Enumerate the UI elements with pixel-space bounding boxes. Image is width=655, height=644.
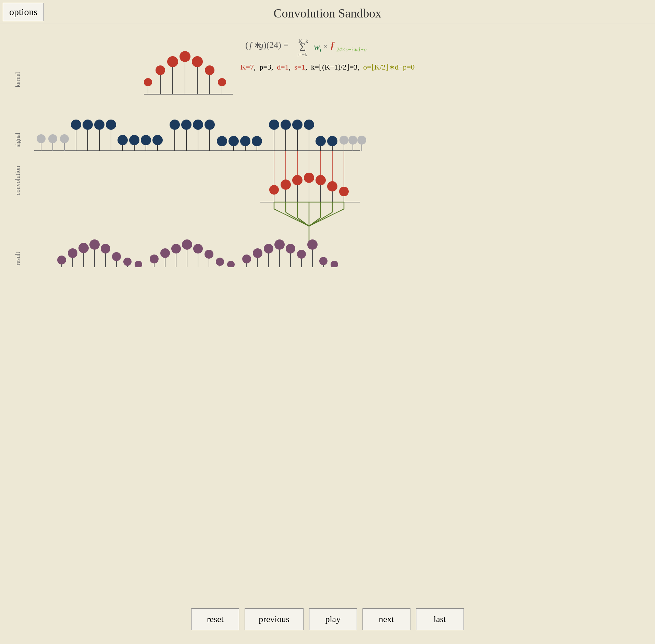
next-button[interactable]: next: [362, 608, 410, 630]
reset-button[interactable]: reset: [191, 608, 239, 630]
svg-point-161: [242, 255, 251, 263]
svg-point-66: [240, 136, 250, 146]
svg-text:kernel: kernel: [14, 72, 21, 87]
svg-point-167: [274, 239, 285, 250]
svg-line-118: [274, 209, 309, 226]
svg-point-78: [316, 136, 326, 146]
svg-point-157: [216, 258, 224, 266]
svg-point-20: [167, 56, 178, 67]
svg-point-80: [327, 136, 337, 146]
svg-point-169: [286, 244, 295, 253]
svg-point-84: [348, 136, 357, 145]
svg-point-99: [281, 179, 291, 190]
svg-point-101: [292, 175, 302, 185]
svg-point-42: [94, 120, 104, 130]
svg-point-68: [252, 136, 262, 146]
svg-line-120: [297, 218, 309, 226]
play-button[interactable]: play: [309, 608, 357, 630]
svg-point-48: [129, 135, 139, 145]
previous-button[interactable]: previous: [245, 608, 304, 630]
svg-point-70: [269, 120, 279, 130]
svg-point-22: [180, 51, 190, 62]
svg-point-107: [327, 181, 337, 191]
svg-point-74: [292, 120, 302, 130]
svg-point-46: [118, 135, 128, 145]
navigation-buttons: reset previous play next last: [191, 608, 464, 630]
svg-point-163: [253, 248, 262, 258]
svg-point-133: [78, 243, 89, 253]
svg-text:signal: signal: [14, 133, 21, 147]
svg-point-52: [152, 135, 163, 145]
svg-point-26: [205, 65, 214, 75]
svg-point-62: [217, 136, 227, 146]
svg-point-175: [319, 257, 328, 265]
svg-point-40: [83, 120, 93, 130]
svg-point-38: [71, 120, 81, 130]
svg-point-149: [171, 244, 181, 253]
svg-point-141: [123, 258, 132, 266]
svg-point-135: [89, 239, 100, 250]
svg-point-143: [135, 261, 142, 267]
svg-point-131: [68, 248, 77, 258]
svg-point-159: [227, 261, 235, 267]
last-button[interactable]: last: [416, 608, 464, 630]
svg-point-86: [357, 136, 366, 145]
svg-point-82: [339, 136, 348, 145]
svg-point-44: [106, 120, 116, 130]
svg-point-105: [316, 175, 326, 185]
svg-point-129: [57, 256, 66, 264]
svg-point-64: [228, 136, 239, 146]
svg-point-171: [297, 250, 306, 259]
svg-point-155: [205, 250, 213, 259]
svg-point-56: [181, 120, 191, 130]
svg-point-109: [339, 187, 349, 196]
svg-point-153: [193, 244, 203, 253]
svg-point-151: [182, 239, 192, 250]
svg-point-28: [218, 78, 226, 86]
svg-point-177: [331, 261, 338, 267]
svg-point-139: [112, 252, 121, 261]
visualization: kernel signal: [0, 0, 655, 267]
svg-point-54: [170, 120, 180, 130]
svg-point-50: [141, 135, 151, 145]
svg-point-34: [48, 134, 57, 143]
svg-point-97: [269, 185, 279, 195]
svg-point-72: [281, 120, 291, 130]
svg-point-137: [101, 244, 110, 253]
svg-text:result: result: [14, 252, 21, 265]
svg-point-60: [205, 120, 215, 130]
svg-point-16: [144, 78, 152, 86]
svg-point-76: [304, 120, 314, 130]
svg-text:convolution: convolution: [14, 166, 21, 195]
svg-point-32: [37, 134, 46, 143]
svg-point-24: [192, 56, 203, 67]
svg-line-124: [309, 209, 344, 226]
svg-point-145: [150, 255, 159, 263]
svg-point-36: [60, 134, 69, 143]
svg-point-173: [307, 239, 318, 250]
svg-point-147: [160, 248, 170, 258]
svg-point-18: [156, 65, 165, 75]
svg-point-103: [304, 173, 314, 183]
svg-point-58: [193, 120, 203, 130]
svg-point-165: [264, 244, 273, 253]
